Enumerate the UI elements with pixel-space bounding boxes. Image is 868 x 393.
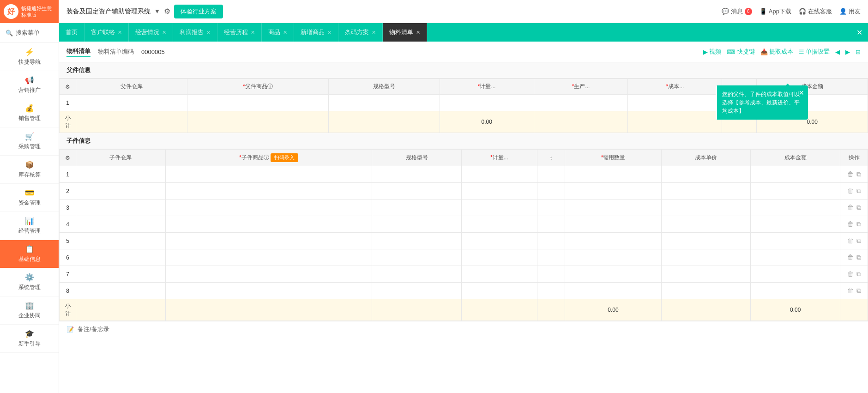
child-row-3-warehouse[interactable] (76, 200, 166, 216)
child-row-7-copy-icon[interactable]: ⧉ (856, 270, 861, 278)
child-row-1-unit[interactable] (461, 166, 537, 183)
child-row-7-warehouse[interactable] (76, 266, 166, 283)
single-settings-button[interactable]: ☰ 单据设置 (799, 48, 830, 56)
child-row-5-unit[interactable] (461, 233, 537, 249)
tab-close-icon[interactable]: ✕ (283, 30, 287, 36)
shortcut-button[interactable]: ⌨ 快捷键 (727, 48, 755, 56)
child-row-1-spec[interactable] (372, 166, 462, 183)
nav-tab-profit[interactable]: 利润报告✕ (173, 23, 217, 42)
child-row-3-quantity[interactable] (565, 200, 661, 216)
extract-cost-button[interactable]: 📥 提取成本 (760, 48, 793, 56)
child-row-5-copy-icon[interactable]: ⧉ (856, 237, 861, 245)
sidebar-item-system[interactable]: ⚙️ 系统管理 (0, 268, 59, 296)
tab-close-icon[interactable]: ✕ (372, 30, 376, 36)
child-row-7-unit-price[interactable] (661, 266, 751, 283)
parent-row-1-product[interactable] (187, 95, 328, 111)
child-row-8-product[interactable] (165, 283, 372, 299)
child-row-1-delete-icon[interactable]: 🗑 (847, 170, 854, 178)
child-row-2-delete-icon[interactable]: 🗑 (847, 187, 854, 195)
sidebar-item-purchase[interactable]: 🛒 采购管理 (0, 127, 59, 156)
child-row-2-product[interactable] (165, 183, 372, 200)
nav-next-button[interactable]: ▶ (845, 48, 850, 55)
grid-view-button[interactable]: ⊞ (856, 48, 861, 55)
child-row-3-sort[interactable] (537, 200, 565, 216)
child-row-1-warehouse[interactable] (76, 166, 166, 183)
child-row-6-unit-price[interactable] (661, 249, 751, 266)
child-row-2-warehouse[interactable] (76, 183, 166, 200)
child-row-7-spec[interactable] (372, 266, 462, 283)
sidebar-item-quick-nav[interactable]: ⚡ 快捷导航 (0, 43, 59, 71)
search-menu-button[interactable]: 🔍 搜索菜单 (4, 27, 55, 39)
child-row-3-unit-price[interactable] (661, 200, 751, 216)
sidebar-item-inventory[interactable]: 📦 库存核算 (0, 156, 59, 184)
child-row-6-quantity[interactable] (565, 249, 661, 266)
parent-col-settings[interactable]: ⚙ (60, 79, 76, 95)
app-download-item[interactable]: 📱 App下载 (760, 7, 791, 16)
child-row-7-delete-icon[interactable]: 🗑 (847, 270, 854, 278)
child-row-6-sort[interactable] (537, 249, 565, 266)
child-row-8-warehouse[interactable] (76, 283, 166, 299)
nav-tab-new-product[interactable]: 新增商品✕ (294, 23, 338, 42)
child-row-7-sort[interactable] (537, 266, 565, 283)
child-row-5-sort[interactable] (537, 233, 565, 249)
child-row-7-quantity[interactable] (565, 266, 661, 283)
child-row-4-spec[interactable] (372, 216, 462, 233)
tooltip-close-button[interactable]: ✕ (799, 88, 804, 98)
child-col-settings[interactable]: ⚙ (60, 150, 76, 166)
nav-tab-home[interactable]: 首页 (59, 23, 84, 42)
child-row-8-unit-price[interactable] (661, 283, 751, 299)
tab-close-icon[interactable]: ✕ (251, 30, 255, 36)
child-row-4-copy-icon[interactable]: ⧉ (856, 220, 861, 228)
messages-item[interactable]: 💬 消息 6 (722, 7, 752, 16)
nav-prev-button[interactable]: ◀ (835, 48, 840, 55)
child-row-6-spec[interactable] (372, 249, 462, 266)
child-row-5-quantity[interactable] (565, 233, 661, 249)
tab-close-icon[interactable]: ✕ (327, 30, 332, 36)
parent-row-1-production[interactable] (534, 95, 628, 111)
nav-tab-customer[interactable]: 客户联络✕ (84, 23, 129, 42)
child-row-7-unit[interactable] (461, 266, 537, 283)
nav-tab-products[interactable]: 商品✕ (262, 23, 294, 42)
child-row-3-delete-icon[interactable]: 🗑 (847, 204, 854, 212)
child-row-4-delete-icon[interactable]: 🗑 (847, 220, 854, 228)
child-row-8-copy-icon[interactable]: ⧉ (856, 287, 861, 295)
child-row-6-delete-icon[interactable]: 🗑 (847, 254, 854, 261)
sidebar-item-finance[interactable]: 💳 资金管理 (0, 184, 59, 212)
child-row-2-copy-icon[interactable]: ⧉ (856, 187, 861, 195)
child-row-3-product[interactable] (165, 200, 372, 216)
child-row-4-quantity[interactable] (565, 216, 661, 233)
online-service-item[interactable]: 🎧 在线客服 (799, 7, 832, 16)
child-row-5-delete-icon[interactable]: 🗑 (847, 237, 854, 245)
child-row-8-delete-icon[interactable]: 🗑 (847, 287, 854, 295)
child-row-1-sort[interactable] (537, 166, 565, 183)
parent-row-1-spec[interactable] (329, 95, 440, 111)
sidebar-item-sales[interactable]: 💰 销售管理 (0, 99, 59, 127)
child-row-1-product[interactable] (165, 166, 372, 183)
child-row-3-copy-icon[interactable]: ⧉ (856, 204, 861, 212)
sidebar-item-guide[interactable]: 🎓 新手引导 (0, 325, 59, 353)
sidebar-item-marketing[interactable]: 📢 营销推广 (0, 71, 59, 99)
close-all-tabs-button[interactable]: ✕ (851, 28, 868, 37)
child-row-6-copy-icon[interactable]: ⧉ (856, 254, 861, 261)
child-row-2-spec[interactable] (372, 183, 462, 200)
nav-tab-history[interactable]: 经营历程✕ (217, 23, 262, 42)
child-row-6-product[interactable] (165, 249, 372, 266)
child-row-6-warehouse[interactable] (76, 249, 166, 266)
trial-button[interactable]: 体验行业方案 (174, 5, 223, 18)
child-row-3-unit[interactable] (461, 200, 537, 216)
child-row-2-unit[interactable] (461, 183, 537, 200)
child-row-2-quantity[interactable] (565, 183, 661, 200)
child-row-4-product[interactable] (165, 216, 372, 233)
tab-close-icon[interactable]: ✕ (162, 30, 166, 36)
child-row-2-sort[interactable] (537, 183, 565, 200)
sidebar-item-basic[interactable]: 📋 基础信息 (0, 240, 59, 268)
nav-tab-barcode[interactable]: 条码方案✕ (338, 23, 383, 42)
child-row-2-unit-price[interactable] (661, 183, 751, 200)
child-row-5-warehouse[interactable] (76, 233, 166, 249)
child-row-7-product[interactable] (165, 266, 372, 283)
child-row-8-spec[interactable] (372, 283, 462, 299)
child-row-4-unit[interactable] (461, 216, 537, 233)
parent-row-1-warehouse[interactable] (76, 95, 187, 111)
sidebar-item-enterprise[interactable]: 🏢 企业协同 (0, 296, 59, 325)
nav-tab-operations[interactable]: 经营情况✕ (129, 23, 173, 42)
